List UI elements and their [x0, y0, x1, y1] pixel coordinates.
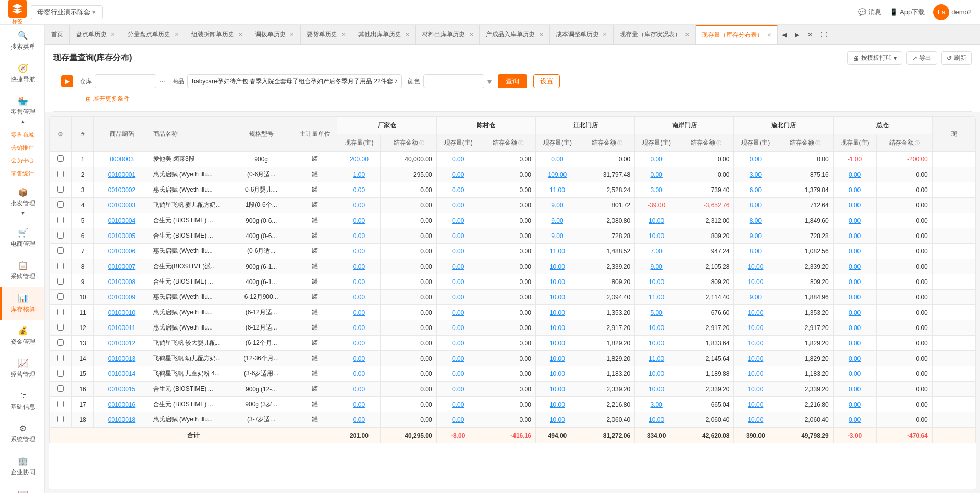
tab-transfer-label: 调拨单历史	[255, 30, 286, 39]
row-nanan-amt: 2,114.40	[678, 290, 734, 305]
row-checkbox[interactable]	[50, 228, 72, 244]
tab-close-icon[interactable]: ✕	[469, 32, 473, 37]
tab-assembly[interactable]: 组装拆卸单历史 ✕	[185, 25, 249, 45]
color-input[interactable]	[423, 74, 484, 88]
sidebar-item-retail[interactable]: 🏪 零售管理 ▲	[0, 90, 44, 130]
row-checkbox[interactable]	[50, 213, 72, 228]
toggle-btn[interactable]: ▶	[61, 75, 74, 87]
row-changjia-stock: 0.00	[337, 228, 381, 244]
row-code: 00100005	[94, 228, 150, 244]
tab-product-in[interactable]: 产成品入库单历史 ✕	[480, 25, 550, 45]
row-checkbox[interactable]	[50, 366, 72, 382]
sidebar-item-purchase[interactable]: 📋 采购管理	[0, 254, 44, 287]
row-checkbox[interactable]	[50, 182, 72, 198]
row-checkbox[interactable]	[50, 351, 72, 366]
user-btn[interactable]: Ea demo2	[933, 4, 972, 20]
sidebar-sub-marketing[interactable]: 营销推广	[0, 143, 44, 156]
tab-close-icon[interactable]: ✕	[111, 32, 115, 37]
tab-prev-btn[interactable]: ◀	[778, 25, 791, 45]
sidebar-item-system[interactable]: ⚙ 系统管理	[0, 417, 44, 450]
table-container[interactable]: ⚙ # 商品编码 商品名称 规格型号 主计量单位 厂家仓 陈村仓 江北门店 南岸…	[49, 116, 976, 489]
row-checkbox[interactable]	[50, 274, 72, 290]
export-btn[interactable]: ↗ 导出	[906, 51, 937, 65]
tab-close-icon[interactable]: ✕	[238, 32, 242, 37]
sidebar-item-basic[interactable]: 🗂 基础信息	[0, 385, 44, 417]
warehouse-input[interactable]	[95, 74, 156, 88]
tab-cost-adjust[interactable]: 成本调整单历史 ✕	[550, 25, 614, 45]
search-area: ▶ 仓库 ··· 商品 颜色 ▾ 查询 设置	[53, 70, 972, 112]
row-checkbox[interactable]	[50, 167, 72, 182]
tab-demand[interactable]: 要货单历史 ✕	[301, 25, 352, 45]
tab-stock-dist[interactable]: 现存量（库存分布表） ✕	[696, 25, 778, 45]
settings-gear-icon[interactable]: ⚙	[55, 129, 65, 139]
row-jiangbei-stock: 10.00	[535, 336, 579, 351]
warehouse-ellipsis-btn[interactable]: ···	[159, 77, 166, 86]
tab-close-icon[interactable]: ✕	[685, 32, 689, 37]
print-btn[interactable]: 🖨 按模板打印 ▾	[847, 51, 902, 65]
refresh-btn[interactable]: ↺ 刷新	[941, 51, 972, 65]
row-jiangbei-stock: 10.00	[535, 397, 579, 412]
row-checkbox[interactable]	[50, 397, 72, 412]
sidebar-item-enterprise[interactable]: 🏢 企业协同	[0, 450, 44, 483]
tab-close-icon[interactable]: ✕	[290, 32, 294, 37]
row-total-stock: 0.00	[833, 351, 876, 366]
product-input[interactable]	[187, 74, 402, 88]
tab-next-btn[interactable]: ▶	[791, 25, 803, 45]
row-checkbox[interactable]	[50, 305, 72, 320]
row-yubei-amt: 2,339.20	[777, 259, 833, 274]
row-checkbox[interactable]	[50, 244, 72, 259]
tab-close-icon[interactable]: ✕	[603, 32, 607, 37]
expand-conditions-btn[interactable]: ⊞ 展开更多条件	[82, 92, 134, 105]
tab-close-icon[interactable]: ✕	[405, 32, 409, 37]
sidebar-item-nav[interactable]: 🧭 快捷导航	[0, 57, 44, 90]
message-btn[interactable]: 💬 消息	[858, 8, 881, 17]
sidebar-item-ecommerce[interactable]: 🛒 电商管理	[0, 222, 44, 254]
row-checkbox[interactable]	[50, 259, 72, 274]
tab-close-icon[interactable]: ✕	[175, 32, 179, 37]
sidebar-sub-member[interactable]: 会员中心	[0, 156, 44, 169]
row-checkbox[interactable]	[50, 320, 72, 336]
color-dropdown-icon[interactable]: ▾	[487, 77, 492, 86]
row-checkbox[interactable]	[50, 336, 72, 351]
store-selector[interactable]: 母婴行业演示陈套 ▾	[31, 5, 103, 19]
col-group-jiangbei: 江北门店	[535, 117, 634, 134]
sidebar-item-search[interactable]: 🔍 搜索英单	[0, 25, 44, 57]
footer-nanan-stock: 334.00	[635, 428, 678, 443]
tab-other-out[interactable]: 其他出库单历史 ✕	[352, 25, 416, 45]
tab-transfer[interactable]: 调拨单历史 ✕	[249, 25, 301, 45]
tab-close-icon[interactable]: ✕	[767, 32, 771, 38]
row-checkbox[interactable]	[50, 382, 72, 397]
tab-stock-status[interactable]: 现存量（库存状况表） ✕	[614, 25, 696, 45]
row-checkbox[interactable]	[50, 152, 72, 167]
row-jiangbei-stock: 10.00	[535, 259, 579, 274]
row-current	[932, 274, 975, 290]
tab-close-all-btn[interactable]: ✕	[803, 25, 817, 45]
row-current	[932, 320, 975, 336]
row-checkbox[interactable]	[50, 412, 72, 428]
tab-close-icon[interactable]: ✕	[539, 32, 543, 37]
sidebar-item-operations[interactable]: 📈 经营管理	[0, 353, 44, 385]
app-download-btn[interactable]: 📱 App下载	[890, 8, 925, 17]
tab-home[interactable]: 首页	[45, 25, 70, 45]
row-total-amt: 0.00	[876, 167, 932, 182]
row-chencun-stock: 0.00	[436, 412, 480, 428]
tab-expand-btn[interactable]: ⛶	[817, 25, 831, 45]
sidebar-sub-stat[interactable]: 零售统计	[0, 169, 44, 181]
col-group-chencun: 陈村仓	[436, 117, 535, 134]
sidebar-item-inventory[interactable]: 📊 库存核算	[0, 287, 44, 320]
tab-split-inventory[interactable]: 分量盘点单历史 ✕	[121, 25, 185, 45]
row-chencun-stock: 0.00	[436, 259, 480, 274]
sidebar-item-guide[interactable]: 📖 新手引导	[0, 483, 44, 493]
sidebar-item-wholesale[interactable]: 📦 批发管理 ▼	[0, 181, 44, 222]
row-index: 4	[71, 198, 94, 213]
tab-material-out[interactable]: 材料出库单历史 ✕	[416, 25, 480, 45]
settings-btn[interactable]: 设置	[533, 74, 560, 88]
sidebar-sub-retail-store[interactable]: 零售商城	[0, 130, 44, 143]
tab-inventory-single[interactable]: 盘点单历史 ✕	[70, 25, 121, 45]
row-checkbox[interactable]	[50, 290, 72, 305]
row-nanan-stock: 0.00	[635, 152, 678, 167]
query-btn[interactable]: 查询	[498, 74, 527, 88]
row-checkbox[interactable]	[50, 198, 72, 213]
tab-close-icon[interactable]: ✕	[341, 32, 346, 37]
sidebar-item-finance[interactable]: 💰 资金管理	[0, 320, 44, 353]
